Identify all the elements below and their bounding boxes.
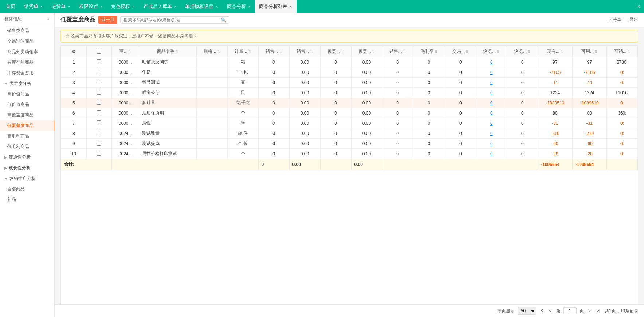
col-stock-avail[interactable]: 可用...⇅: [572, 46, 606, 57]
col-view2[interactable]: 浏览...⇅: [507, 46, 538, 57]
row-stock-cur: 1224: [538, 88, 572, 98]
col-settings[interactable]: ⚙: [61, 46, 87, 57]
row-checkbox[interactable]: [86, 149, 112, 159]
row-trade: 0: [445, 128, 476, 139]
page-number-input[interactable]: [564, 307, 577, 314]
first-page-button[interactable]: K: [539, 308, 545, 314]
row-view1[interactable]: 0: [476, 139, 507, 149]
col-view1[interactable]: 浏览...⇅: [476, 46, 507, 57]
col-code[interactable]: 商...⇅: [112, 46, 139, 57]
select-all-checkbox[interactable]: [97, 49, 101, 54]
nav-finished-goods[interactable]: 产成品入库单 ×: [139, 0, 181, 13]
col-gross-margin[interactable]: 毛利率⇅: [413, 46, 445, 57]
sidebar-item-all-products[interactable]: 全部商品: [0, 184, 54, 194]
row-trade: 0: [445, 78, 476, 88]
row-stock-avail: -28: [572, 149, 606, 159]
sidebar-item-low-margin[interactable]: 低毛利商品: [0, 142, 54, 152]
row-checkbox[interactable]: [86, 108, 112, 118]
time-filter-tag[interactable]: 近一月: [98, 16, 117, 24]
col-stock-sale[interactable]: 可销...⇅: [606, 46, 637, 57]
nav-close-icon[interactable]: ×: [174, 4, 176, 9]
sidebar-group-flow-analysis[interactable]: ▶ 流通性分析: [0, 152, 54, 163]
row-view2: 0: [507, 108, 538, 118]
sidebar-collapse-icon[interactable]: «: [47, 17, 50, 22]
last-page-button[interactable]: >|: [595, 308, 602, 314]
next-page-button[interactable]: >: [587, 308, 592, 314]
col-spec[interactable]: 规格...⇅: [196, 46, 227, 57]
nav-permissions[interactable]: 权限设置 ×: [75, 0, 107, 13]
row-view1[interactable]: 0: [476, 67, 507, 78]
search-box[interactable]: 🔍: [120, 16, 229, 24]
row-checkbox[interactable]: [86, 118, 112, 128]
row-sales3: 0: [382, 88, 413, 98]
sidebar-group-growth-analysis[interactable]: ▶ 成长性分析: [0, 163, 54, 173]
nav-template-settings[interactable]: 单据模板设置 ×: [181, 0, 222, 13]
col-unit[interactable]: 计量...⇅: [227, 46, 258, 57]
sidebar-item-in-stock[interactable]: 有库存的商品: [0, 57, 54, 68]
nav-home[interactable]: 首页: [1, 0, 20, 13]
nav-close-icon[interactable]: ×: [290, 4, 292, 9]
nav-close-all-button[interactable]: ×: [637, 4, 640, 9]
col-cover2[interactable]: 覆盖...⇅: [351, 46, 382, 57]
row-num: 3: [61, 78, 87, 88]
prev-page-button[interactable]: <: [548, 308, 553, 314]
row-cover2: 0.00: [351, 88, 382, 98]
row-checkbox[interactable]: [86, 57, 112, 67]
row-view1[interactable]: 0: [476, 57, 507, 67]
row-checkbox[interactable]: [86, 67, 112, 78]
col-name[interactable]: 商品名称⇅: [139, 46, 196, 57]
sidebar-item-high-coverage[interactable]: 高覆盖度商品: [0, 110, 54, 120]
sidebar-item-low-coverage[interactable]: 低覆盖度商品: [0, 120, 54, 131]
sidebar-group-marketing-analysis[interactable]: ▼ 营销推广分析: [0, 173, 54, 184]
col-sales-qty[interactable]: 销售...⇅: [258, 46, 289, 57]
col-checkbox[interactable]: [86, 46, 112, 57]
row-view1[interactable]: 0: [476, 108, 507, 118]
nav-close-icon[interactable]: ×: [132, 4, 134, 9]
nav-close-icon[interactable]: ×: [40, 4, 43, 9]
nav-product-analysis[interactable]: 商品分析 ×: [223, 0, 255, 13]
sidebar-item-high-value[interactable]: 高价值商品: [0, 89, 54, 99]
row-stock-avail: -7105: [572, 67, 606, 78]
sidebar-item-new-products[interactable]: 新品: [0, 194, 54, 205]
sidebar-item-traded-products[interactable]: 交易过的商品: [0, 36, 54, 47]
row-checkbox[interactable]: [86, 139, 112, 149]
sidebar-item-category-rate[interactable]: 商品分类动销率: [0, 47, 54, 57]
col-cover1[interactable]: 覆盖...⇅: [320, 46, 351, 57]
row-sales3: 0: [382, 78, 413, 88]
search-input[interactable]: [123, 17, 221, 23]
row-checkbox[interactable]: [86, 78, 112, 88]
nav-close-icon[interactable]: ×: [248, 4, 250, 9]
row-view1[interactable]: 0: [476, 88, 507, 98]
nav-close-icon[interactable]: ×: [100, 4, 102, 9]
row-cover1: 0: [320, 67, 351, 78]
sidebar-item-inventory-capital[interactable]: 库存资金占用: [0, 68, 54, 78]
row-view1[interactable]: 0: [476, 128, 507, 139]
footer-empty2: [320, 159, 351, 170]
share-button[interactable]: ↗ 分享: [608, 17, 621, 23]
nav-sales-order[interactable]: 销货单 ×: [20, 0, 47, 13]
row-sales-qty: 0: [258, 67, 289, 78]
nav-purchase-order[interactable]: 进货单 ×: [47, 0, 74, 13]
row-view1[interactable]: 0: [476, 118, 507, 128]
row-view1[interactable]: 0: [476, 78, 507, 88]
nav-close-icon[interactable]: ×: [68, 4, 70, 9]
sidebar-item-low-value[interactable]: 低价值商品: [0, 99, 54, 110]
sidebar-item-sales-products[interactable]: 销售类商品: [0, 25, 54, 36]
export-button[interactable]: ↓ 导出: [626, 17, 638, 23]
nav-close-icon[interactable]: ×: [216, 4, 218, 9]
row-checkbox[interactable]: [86, 88, 112, 98]
nav-product-analysis-list[interactable]: 商品分析列表 ×: [255, 0, 296, 13]
sidebar-item-high-margin[interactable]: 高毛利商品: [0, 131, 54, 142]
col-sales-amt[interactable]: 销售...⇅: [289, 46, 320, 57]
row-view1[interactable]: 0: [476, 98, 507, 108]
per-page-select[interactable]: 50 100 200: [518, 307, 536, 315]
nav-role-auth[interactable]: 角色授权 ×: [107, 0, 139, 13]
row-checkbox[interactable]: [86, 98, 112, 108]
row-checkbox[interactable]: [86, 128, 112, 139]
row-view1[interactable]: 0: [476, 149, 507, 159]
col-trade[interactable]: 交易...⇅: [445, 46, 476, 57]
col-stock-cur[interactable]: 现有...⇅: [538, 46, 572, 57]
sidebar-group-class-analysis[interactable]: ▼ 类群度分析: [0, 78, 54, 89]
row-sales3: 0: [382, 149, 413, 159]
col-sales3[interactable]: 销售...⇅: [382, 46, 413, 57]
